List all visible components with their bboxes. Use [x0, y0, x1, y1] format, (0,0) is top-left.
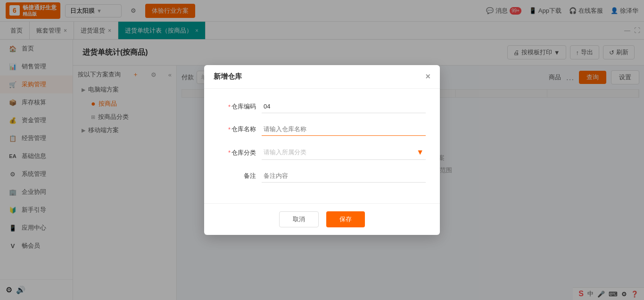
- category-placeholder: 请输入所属分类: [264, 148, 306, 157]
- form-row-code: * 仓库编码: [218, 100, 426, 113]
- code-label-text: 仓库编码: [231, 102, 256, 111]
- name-label-text: 仓库名称: [231, 125, 256, 133]
- category-chevron-icon: ▼: [416, 148, 424, 157]
- category-label: * 仓库分类: [218, 149, 256, 157]
- required-star-code: *: [228, 103, 231, 110]
- cancel-button[interactable]: 取消: [279, 211, 319, 227]
- remark-label-text: 备注: [244, 172, 256, 180]
- required-star-category: *: [228, 149, 231, 156]
- form-row-name: * 仓库名称: [218, 123, 426, 136]
- modal-header: 新增仓库 ×: [204, 65, 440, 89]
- save-button[interactable]: 保存: [326, 211, 365, 227]
- code-input[interactable]: [262, 100, 426, 113]
- modal-body: * 仓库编码 * 仓库名称 * 仓库分类 请输入: [204, 89, 440, 203]
- form-row-remark: 备注: [218, 169, 426, 183]
- form-row-category: * 仓库分类 请输入所属分类 ▼: [218, 145, 426, 160]
- name-input[interactable]: [262, 123, 426, 136]
- modal-footer: 取消 保存: [204, 203, 440, 235]
- modal-add-warehouse: 新增仓库 × * 仓库编码 * 仓库名称: [204, 65, 440, 235]
- code-label: * 仓库编码: [218, 102, 256, 111]
- modal-overlay: 新增仓库 × * 仓库编码 * 仓库名称: [0, 0, 644, 300]
- remark-input[interactable]: [262, 169, 426, 183]
- category-select[interactable]: 请输入所属分类 ▼: [262, 145, 426, 160]
- modal-close-button[interactable]: ×: [425, 72, 430, 82]
- modal-title: 新增仓库: [214, 72, 242, 81]
- name-label: * 仓库名称: [218, 125, 256, 133]
- category-label-text: 仓库分类: [231, 149, 256, 157]
- remark-label: 备注: [218, 172, 256, 180]
- required-star-name: *: [228, 126, 231, 133]
